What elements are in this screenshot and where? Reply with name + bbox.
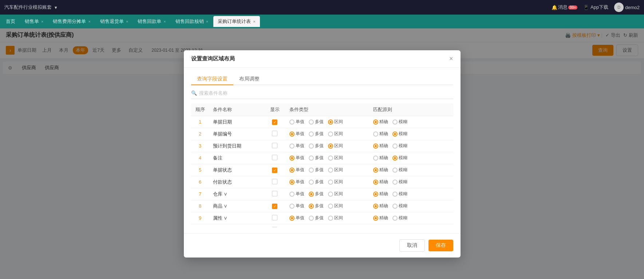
- type-radio-item[interactable]: 多值: [309, 179, 324, 185]
- dialog-tab-layout[interactable]: 布局调整: [233, 74, 265, 85]
- type-radio-item[interactable]: 区间: [328, 215, 343, 221]
- radio-label: 多值: [315, 179, 324, 185]
- type-radio-item[interactable]: 单值: [289, 203, 304, 209]
- match-radio-item[interactable]: 精确: [373, 215, 388, 221]
- match-radio-item[interactable]: 模糊: [392, 131, 407, 137]
- modal-overlay: 设置查询区域布局 × 查询字段设置 布局调整 🔍: [0, 28, 644, 279]
- show-checkbox[interactable]: [272, 179, 277, 184]
- cell-type: 单值多值区间: [286, 224, 370, 227]
- config-table-scroll: 顺序 条件名称 显示 条件类型 匹配原则 1单据日期单值多值区间精确模糊2单据编…: [191, 103, 453, 227]
- match-radio-item[interactable]: 精确: [373, 143, 388, 149]
- tab-payment[interactable]: 销售回款单 ×: [133, 16, 170, 27]
- tab-purchase-stats[interactable]: 采购订单统计表 ×: [213, 16, 260, 27]
- show-checkbox[interactable]: [272, 227, 277, 227]
- radio-circle: [309, 144, 314, 149]
- type-radio-item[interactable]: 多值: [309, 143, 324, 149]
- show-checkbox[interactable]: [272, 168, 277, 173]
- notification-label: 消息: [558, 4, 568, 11]
- type-radio-item[interactable]: 区间: [328, 203, 343, 209]
- type-radio-item[interactable]: 单值: [289, 119, 304, 125]
- type-radio-item[interactable]: 区间: [328, 179, 343, 185]
- match-radio-item[interactable]: 模糊: [392, 203, 407, 209]
- type-radio-item[interactable]: 单值: [289, 179, 304, 185]
- type-radio-item[interactable]: 单值: [289, 131, 304, 137]
- type-radio-item[interactable]: 多值: [309, 167, 324, 173]
- type-radio-item[interactable]: 单值: [289, 143, 304, 149]
- type-radio-item[interactable]: 单值: [289, 155, 304, 161]
- type-radio-item[interactable]: 单值: [289, 227, 304, 227]
- show-checkbox[interactable]: [272, 119, 277, 125]
- tab-payment-verify-close[interactable]: ×: [206, 19, 208, 24]
- tab-sales-expense[interactable]: 销售费用分摊单 ×: [48, 16, 95, 27]
- cell-name: 有无商品图片: [209, 224, 264, 227]
- radio-label: 单值: [296, 155, 304, 161]
- user-avatar[interactable]: D demo2: [614, 3, 640, 12]
- type-radio-item[interactable]: 区间: [328, 167, 343, 173]
- type-radio-item[interactable]: 区间: [328, 143, 343, 149]
- show-checkbox[interactable]: [272, 204, 277, 209]
- type-radio-item[interactable]: 区间: [328, 191, 343, 197]
- type-radio-item[interactable]: 多值: [309, 131, 324, 137]
- type-radio-item[interactable]: 多值: [309, 119, 324, 125]
- app-title-dropdown-icon[interactable]: ▾: [55, 5, 57, 10]
- radio-circle: [328, 119, 333, 125]
- show-checkbox[interactable]: [272, 155, 277, 160]
- notification-count: 99+: [568, 5, 577, 9]
- type-radio-item[interactable]: 区间: [328, 227, 343, 227]
- type-radio-item[interactable]: 多值: [309, 203, 324, 209]
- notification-area[interactable]: 🔔 消息 99+: [552, 4, 577, 11]
- radio-circle: [373, 204, 378, 209]
- cancel-button[interactable]: 取消: [399, 239, 425, 252]
- match-radio-item[interactable]: 模糊: [392, 155, 407, 161]
- tab-sales-expense-close[interactable]: ×: [88, 19, 90, 24]
- radio-circle: [373, 131, 378, 137]
- match-radio-item[interactable]: 模糊: [392, 119, 407, 125]
- tab-sales-order[interactable]: 销售单 ×: [20, 16, 48, 27]
- cell-type: 单值多值区间: [286, 116, 370, 128]
- match-radio-item[interactable]: 模糊: [392, 191, 407, 197]
- match-radio-item[interactable]: 精确: [373, 203, 388, 209]
- type-radio-item[interactable]: 单值: [289, 215, 304, 221]
- match-radio-item[interactable]: 精确: [373, 227, 388, 227]
- radio-label: 区间: [334, 119, 343, 125]
- radio-circle: [289, 180, 295, 185]
- tab-sales-return[interactable]: 销售退货单 ×: [96, 16, 133, 27]
- type-radio-item[interactable]: 区间: [328, 119, 343, 125]
- type-radio-item[interactable]: 单值: [289, 191, 304, 197]
- type-radio-item[interactable]: 多值: [309, 155, 324, 161]
- match-radio-item[interactable]: 精确: [373, 155, 388, 161]
- tab-payment-verify[interactable]: 销售回款核销 ×: [171, 16, 213, 27]
- tab-sales-return-close[interactable]: ×: [126, 19, 128, 24]
- match-radio-item[interactable]: 精确: [373, 167, 388, 173]
- dialog-tab-query-fields[interactable]: 查询字段设置: [191, 74, 233, 85]
- radio-label: 模糊: [399, 143, 407, 149]
- type-radio-item[interactable]: 多值: [309, 227, 324, 227]
- match-radio-item[interactable]: 精确: [373, 119, 388, 125]
- type-radio-item[interactable]: 多值: [309, 191, 324, 197]
- type-radio-item[interactable]: 单值: [289, 167, 304, 173]
- show-checkbox[interactable]: [272, 215, 277, 220]
- tab-purchase-stats-close[interactable]: ×: [253, 19, 255, 24]
- show-checkbox[interactable]: [272, 143, 277, 148]
- match-radio-item[interactable]: 精确: [373, 191, 388, 197]
- match-radio-item[interactable]: 精确: [373, 131, 388, 137]
- match-radio-item[interactable]: 模糊: [392, 179, 407, 185]
- show-checkbox[interactable]: [272, 191, 277, 196]
- match-radio-item[interactable]: 模糊: [392, 227, 407, 227]
- show-checkbox[interactable]: [272, 131, 277, 136]
- match-radio-item[interactable]: 模糊: [392, 215, 407, 221]
- search-input[interactable]: [199, 90, 272, 96]
- type-radio-item[interactable]: 区间: [328, 131, 343, 137]
- match-radio-item[interactable]: 精确: [373, 179, 388, 185]
- save-button[interactable]: 保存: [428, 240, 453, 251]
- search-icon: 🔍: [191, 90, 197, 96]
- tab-home[interactable]: 首页: [1, 16, 20, 27]
- type-radio-item[interactable]: 区间: [328, 155, 343, 161]
- app-download-btn[interactable]: 📱 App下载: [583, 4, 608, 11]
- match-radio-item[interactable]: 模糊: [392, 143, 407, 149]
- match-radio-item[interactable]: 模糊: [392, 167, 407, 173]
- dialog-close-button[interactable]: ×: [449, 55, 453, 62]
- tab-payment-close[interactable]: ×: [163, 19, 166, 24]
- tab-sales-order-close[interactable]: ×: [41, 19, 43, 24]
- type-radio-item[interactable]: 多值: [309, 215, 324, 221]
